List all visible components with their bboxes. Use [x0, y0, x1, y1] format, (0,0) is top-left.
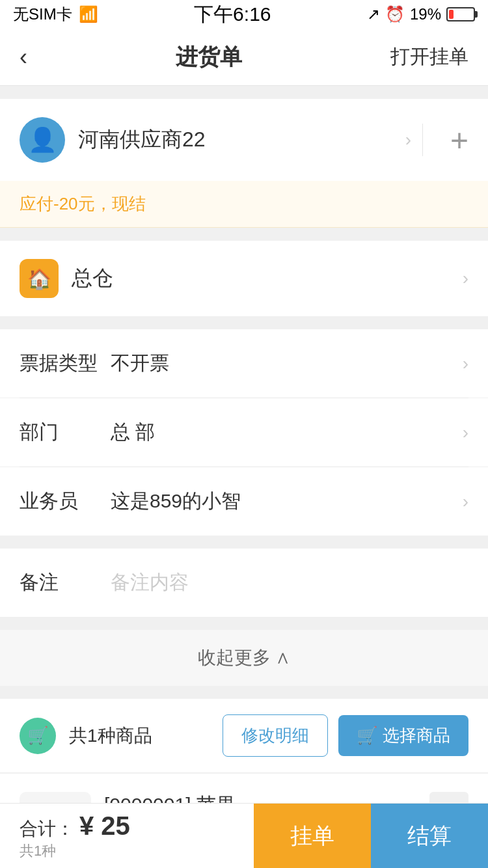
- battery-percent: 19%: [410, 5, 441, 23]
- avatar-icon: 👤: [28, 126, 57, 154]
- products-header: 🛒 共1种商品 修改明细 🛒 选择商品: [0, 699, 488, 772]
- status-right: ↗ ⏰ 19%: [367, 5, 475, 23]
- remark-label: 备注: [20, 569, 111, 596]
- modify-detail-button[interactable]: 修改明细: [223, 714, 328, 757]
- warehouse-icon: 🏠: [20, 259, 59, 298]
- products-icon-symbol: 🛒: [27, 726, 48, 746]
- select-product-icon: 🛒: [357, 726, 377, 746]
- department-row[interactable]: 部门 总 部 ›: [0, 398, 488, 467]
- total-line: 合计： ¥ 25: [20, 811, 234, 841]
- bottom-bar: 合计： ¥ 25 共1种 挂单 结算: [0, 803, 488, 868]
- open-hang-button[interactable]: 打开挂单: [390, 44, 468, 70]
- checkout-button[interactable]: 结算: [371, 804, 488, 868]
- notice-text: 应付-20元，现结: [20, 194, 146, 213]
- warehouse-row[interactable]: 🏠 总仓 ›: [0, 241, 488, 316]
- hang-button[interactable]: 挂单: [254, 804, 371, 868]
- warehouse-icon-symbol: 🏠: [27, 267, 51, 290]
- wifi-icon: 📶: [79, 5, 98, 23]
- salesperson-row[interactable]: 业务员 这是859的小智 ›: [0, 467, 488, 536]
- total-count: 共1种: [20, 841, 234, 861]
- products-icon: 🛒: [20, 718, 56, 754]
- invoice-type-label: 票据类型: [20, 350, 111, 377]
- supplier-avatar: 👤: [20, 117, 65, 163]
- select-product-button[interactable]: 🛒 选择商品: [338, 715, 468, 756]
- nav-bar: ‹ 进货单 打开挂单: [0, 29, 488, 86]
- department-chevron: ›: [463, 422, 468, 443]
- warehouse-name: 总仓: [72, 264, 463, 293]
- section-gap-2: [0, 228, 488, 241]
- status-bar: 无SIM卡 📶 下午6:16 ↗ ⏰ 19%: [0, 0, 488, 29]
- department-label: 部门: [20, 419, 111, 446]
- salesperson-label: 业务员: [20, 488, 111, 515]
- supplier-divider: [422, 124, 423, 156]
- total-amount: ¥ 25: [79, 811, 130, 841]
- notice-banner: 应付-20元，现结: [0, 181, 488, 228]
- status-left: 无SIM卡 📶: [13, 4, 98, 25]
- total-label: 合计：: [20, 817, 74, 841]
- section-gap-3: [0, 316, 488, 329]
- department-value: 总 部: [111, 419, 463, 446]
- supplier-name: 河南供应商22: [78, 126, 405, 154]
- section-gap-5: [0, 617, 488, 630]
- salesperson-chevron: ›: [463, 491, 468, 512]
- supplier-row: 👤 河南供应商22 › +: [0, 99, 488, 181]
- back-button[interactable]: ‹: [20, 44, 27, 71]
- battery-fill: [449, 10, 454, 19]
- location-icon: ↗: [367, 5, 380, 23]
- invoice-type-row[interactable]: 票据类型 不开票 ›: [0, 329, 488, 398]
- warehouse-chevron-icon: ›: [463, 268, 468, 289]
- total-section: 合计： ¥ 25 共1种: [0, 804, 254, 868]
- remark-row[interactable]: 备注 备注内容: [0, 549, 488, 617]
- alarm-icon: ⏰: [385, 5, 405, 23]
- collapse-row[interactable]: 收起更多 ∧: [0, 630, 488, 686]
- collapse-text: 收起更多 ∧: [198, 645, 291, 670]
- select-product-label: 选择商品: [383, 724, 450, 747]
- supplier-chevron-icon[interactable]: ›: [405, 129, 411, 150]
- invoice-type-value: 不开票: [111, 350, 463, 377]
- section-gap-1: [0, 86, 488, 99]
- products-count: 共1种商品: [69, 724, 223, 748]
- battery-icon: [446, 7, 475, 21]
- carrier-text: 无SIM卡: [13, 4, 72, 25]
- status-time: 下午6:16: [194, 1, 271, 28]
- invoice-type-chevron: ›: [463, 353, 468, 374]
- salesperson-value: 这是859的小智: [111, 488, 463, 515]
- page-title: 进货单: [176, 42, 242, 72]
- section-gap-4: [0, 536, 488, 549]
- add-supplier-button[interactable]: +: [450, 122, 468, 158]
- remark-placeholder[interactable]: 备注内容: [111, 569, 468, 596]
